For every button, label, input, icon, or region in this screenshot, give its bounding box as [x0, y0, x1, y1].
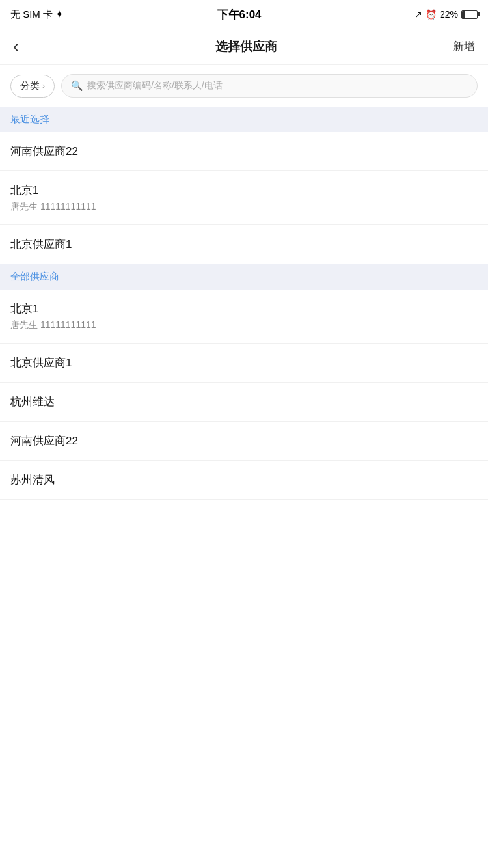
battery-icon — [461, 10, 478, 19]
status-left: 无 SIM 卡 ✦ — [10, 8, 64, 21]
list-item[interactable]: 北京1唐先生 11111111111 — [0, 171, 488, 225]
section-header-text-all: 全部供应商 — [10, 271, 59, 282]
item-name: 河南供应商22 — [10, 433, 478, 448]
battery-percent: 22% — [440, 9, 458, 20]
section-header-all: 全部供应商 — [0, 264, 488, 290]
item-name: 苏州清风 — [10, 472, 478, 487]
status-bar: 无 SIM 卡 ✦ 下午6:04 ↗ ⏰ 22% — [0, 0, 488, 29]
item-name: 北京供应商1 — [10, 355, 478, 370]
item-name: 杭州维达 — [10, 394, 478, 409]
back-button[interactable]: ‹ — [13, 36, 39, 57]
section-header-recent: 最近选择 — [0, 107, 488, 132]
item-name: 北京供应商1 — [10, 237, 478, 252]
list-item[interactable]: 河南供应商22 — [0, 132, 488, 171]
search-icon: 🔍 — [71, 80, 83, 92]
item-name: 河南供应商22 — [10, 144, 478, 159]
search-box[interactable]: 🔍 搜索供应商编码/名称/联系人/电话 — [61, 74, 478, 98]
category-filter-button[interactable]: 分类 › — [10, 75, 55, 98]
section-header-text-recent: 最近选择 — [10, 113, 49, 124]
supplier-list: 最近选择河南供应商22北京1唐先生 11111111111北京供应商1全部供应商… — [0, 107, 488, 500]
item-sub: 唐先生 11111111111 — [10, 319, 478, 331]
alarm-icon: ⏰ — [426, 9, 437, 20]
search-placeholder: 搜索供应商编码/名称/联系人/电话 — [87, 80, 223, 92]
location-icon: ↗ — [414, 9, 422, 20]
status-right: ↗ ⏰ 22% — [414, 9, 478, 20]
page-title: 选择供应商 — [215, 38, 277, 55]
sim-status: 无 SIM 卡 ✦ — [10, 8, 64, 21]
chevron-right-icon: › — [42, 81, 45, 90]
list-item[interactable]: 苏州清风 — [0, 461, 488, 500]
status-time: 下午6:04 — [217, 7, 262, 22]
category-label: 分类 — [20, 80, 40, 92]
item-name: 北京1 — [10, 301, 478, 316]
item-sub: 唐先生 11111111111 — [10, 201, 478, 213]
filter-bar: 分类 › 🔍 搜索供应商编码/名称/联系人/电话 — [0, 65, 488, 107]
list-item[interactable]: 北京1唐先生 11111111111 — [0, 290, 488, 344]
list-item[interactable]: 杭州维达 — [0, 383, 488, 422]
list-item[interactable]: 北京供应商1 — [0, 344, 488, 383]
nav-bar: ‹ 选择供应商 新增 — [0, 29, 488, 65]
battery-fill — [462, 11, 465, 18]
add-button[interactable]: 新增 — [453, 39, 475, 54]
item-name: 北京1 — [10, 183, 478, 198]
list-item[interactable]: 河南供应商22 — [0, 422, 488, 461]
list-item[interactable]: 北京供应商1 — [0, 225, 488, 264]
